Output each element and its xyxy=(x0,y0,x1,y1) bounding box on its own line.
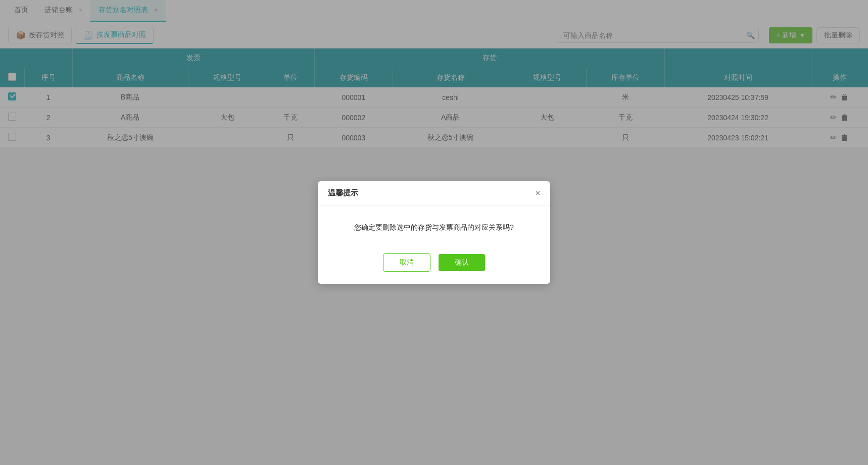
dialog-header: 温馨提示 × xyxy=(318,181,550,205)
dialog-cancel-button[interactable]: 取消 xyxy=(383,253,430,272)
modal-overlay: 温馨提示 × 您确定要删除选中的存货与发票商品的对应关系吗? 取消 确认 xyxy=(0,0,868,465)
dialog-close-icon[interactable]: × xyxy=(536,189,540,198)
dialog-message: 您确定要删除选中的存货与发票商品的对应关系吗? xyxy=(330,222,538,233)
dialog-footer: 取消 确认 xyxy=(318,245,550,284)
confirm-dialog: 温馨提示 × 您确定要删除选中的存货与发票商品的对应关系吗? 取消 确认 xyxy=(318,181,550,283)
dialog-title: 温馨提示 xyxy=(328,188,358,198)
dialog-confirm-button[interactable]: 确认 xyxy=(439,254,485,271)
dialog-body: 您确定要删除选中的存货与发票商品的对应关系吗? xyxy=(318,205,550,245)
